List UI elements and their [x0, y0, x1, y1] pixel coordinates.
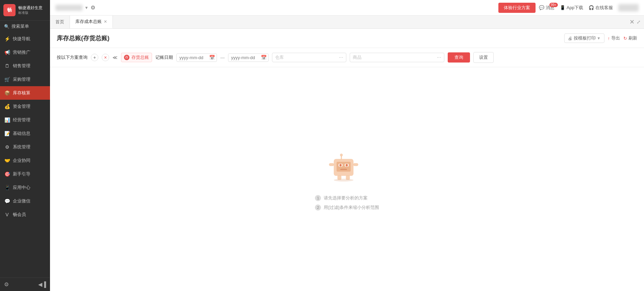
main-content: 1 请先选择要分析的方案 2 用[过滤]条件来缩小分析范围 [50, 67, 644, 291]
operation-icon: 📊 [4, 117, 10, 123]
date-start-wrapper: 📅 [176, 53, 217, 62]
sidebar-item-marketing[interactable]: 📢 营销推广 [0, 46, 50, 59]
gear-icon[interactable]: ⚙ [91, 4, 95, 11]
sidebar-item-sales[interactable]: 🗒 销售管理 [0, 59, 50, 73]
empty-hints: 1 请先选择要分析的方案 2 用[过滤]条件来缩小分析范围 [315, 195, 379, 211]
date-separator: — [220, 55, 225, 60]
main-area: ▼ ⚙ 体验行业方案 💬 消息 99+ 📱 App下载 🎧 在线客服 首页 [50, 0, 644, 291]
sidebar-logo: 畅 畅捷通好生意 标准版 [0, 0, 50, 21]
print-dropdown-icon: ▼ [597, 36, 601, 40]
collapse-sidebar-icon[interactable]: ◀▐ [38, 281, 46, 288]
sidebar-item-basic[interactable]: 📝 基础信息 [0, 127, 50, 140]
sidebar-navigation: ⚡ 快捷导航 📢 营销推广 🗒 销售管理 🛒 采购管理 📦 库存核算 💰 资金管… [0, 32, 50, 277]
message-badge: 99+ [549, 3, 558, 7]
sidebar-item-vip[interactable]: V 畅会员 [0, 208, 50, 221]
hint-item-1: 1 请先选择要分析的方案 [315, 195, 379, 201]
filter-collapse-btn[interactable]: ≪ [113, 55, 118, 60]
cooperation-icon: 🤝 [4, 157, 10, 164]
filter-add-btn[interactable]: + [91, 54, 98, 61]
user-avatar [618, 4, 639, 11]
filter-remove-btn[interactable]: × [102, 54, 109, 61]
print-icon: 🖨 [568, 36, 572, 41]
phone-icon: 📱 [560, 5, 565, 10]
tab-home[interactable]: 首页 [50, 16, 70, 28]
topbar: ▼ ⚙ 体验行业方案 💬 消息 99+ 📱 App下载 🎧 在线客服 [50, 0, 644, 16]
sidebar-search[interactable]: 🔍 搜索菜单 [0, 21, 50, 32]
settings-btn[interactable]: 设置 [473, 52, 494, 63]
finance-icon: 💰 [4, 103, 10, 110]
sidebar-item-quick-nav[interactable]: ⚡ 快捷导航 [0, 32, 50, 46]
online-service-btn[interactable]: 🎧 在线客服 [589, 5, 613, 11]
refresh-icon: ↻ [623, 36, 627, 41]
date-end-wrapper: 📅 [228, 53, 269, 62]
svg-point-12 [340, 154, 343, 156]
sidebar-item-newbie[interactable]: 🎯 新手引导 [0, 167, 50, 181]
hint-text-2: 用[过滤]条件来缩小分析范围 [324, 204, 379, 211]
tab-close-icon[interactable]: ✕ [104, 19, 107, 24]
app-name: 畅捷通好生意 标准版 [18, 5, 43, 15]
goods-more-icon: ··· [437, 54, 441, 60]
topbar-breadcrumb: ▼ ⚙ [55, 4, 495, 11]
sidebar-item-app-center[interactable]: 📱 应用中心 [0, 181, 50, 194]
query-btn[interactable]: 查询 [448, 52, 470, 63]
sidebar-item-inventory[interactable]: 📦 库存核算 [0, 86, 50, 100]
warehouse-field[interactable]: 仓库 ··· [272, 53, 346, 62]
expand-icon[interactable]: ⤢ [637, 19, 641, 25]
close-panel-icon[interactable]: ✕ [629, 18, 635, 26]
message-icon: 💬 [539, 5, 544, 10]
sidebar-footer: ⚙ ◀▐ [0, 277, 50, 291]
page-header-actions: 🖨 按模板打印 ▼ ↑ 导出 ↻ 刷新 [564, 33, 637, 48]
settings-footer-icon[interactable]: ⚙ [4, 281, 9, 288]
sidebar-item-system[interactable]: ⚙ 系统管理 [0, 140, 50, 154]
sidebar-item-cooperation[interactable]: 🤝 企业协同 [0, 154, 50, 167]
filter-area: 按以下方案查询 + × ≪ 存 存货总账 记账日期 📅 — 📅 [50, 48, 644, 67]
filter-label: 按以下方案查询 [57, 54, 88, 60]
sidebar-item-operation[interactable]: 📊 经营管理 [0, 113, 50, 127]
inventory-icon: 📦 [4, 90, 10, 96]
scheme-label: 存货总账 [131, 54, 149, 60]
calendar-start-icon: 📅 [209, 55, 215, 60]
headset-icon: 🎧 [589, 5, 594, 10]
newbie-icon: 🎯 [4, 171, 10, 177]
content-wrapper: 库存总账(存货总账) 🖨 按模板打印 ▼ ↑ 导出 ↻ 刷新 [50, 29, 644, 291]
empty-state: 1 请先选择要分析的方案 2 用[过滤]条件来缩小分析范围 [315, 148, 379, 211]
svg-rect-1 [337, 162, 351, 172]
date-range-label: 记账日期 [155, 54, 173, 60]
system-icon: ⚙ [4, 144, 10, 150]
topbar-right: 💬 消息 99+ 📱 App下载 🎧 在线客服 [539, 4, 639, 11]
goods-field[interactable]: 商品 ··· [350, 53, 444, 62]
sidebar-item-wechat[interactable]: 💬 企业微信 [0, 194, 50, 208]
marketing-icon: 📢 [4, 49, 10, 55]
svg-rect-10 [353, 163, 358, 166]
svg-point-4 [339, 164, 342, 166]
page-header: 库存总账(存货总账) 🖨 按模板打印 ▼ ↑ 导出 ↻ 刷新 [50, 29, 644, 48]
warehouse-more-icon: ··· [339, 54, 343, 60]
breadcrumb-blurred [55, 5, 82, 11]
svg-rect-9 [329, 163, 334, 166]
export-icon: ↑ [608, 36, 610, 41]
refresh-btn[interactable]: ↻ 刷新 [623, 35, 637, 41]
tab-inventory-ledger[interactable]: 库存成本总账 ✕ [70, 16, 113, 28]
app-download-btn[interactable]: 📱 App下载 [560, 5, 583, 11]
print-btn[interactable]: 🖨 按模板打印 ▼ [564, 33, 604, 43]
purchase-icon: 🛒 [4, 76, 10, 82]
sidebar-item-finance[interactable]: 💰 资金管理 [0, 100, 50, 113]
vip-icon: V [4, 212, 10, 218]
basic-icon: 📝 [4, 130, 10, 137]
calendar-end-icon: 📅 [261, 55, 267, 60]
message-btn[interactable]: 💬 消息 99+ [539, 5, 554, 11]
industry-btn[interactable]: 体验行业方案 [498, 3, 536, 13]
content: 库存总账(存货总账) 🖨 按模板打印 ▼ ↑ 导出 ↻ 刷新 [50, 29, 644, 291]
sidebar-item-purchase[interactable]: 🛒 采购管理 [0, 73, 50, 86]
hint-item-2: 2 用[过滤]条件来缩小分析范围 [315, 204, 379, 211]
page-title: 库存总账(存货总账) [57, 34, 109, 47]
export-btn[interactable]: ↑ 导出 [608, 35, 620, 41]
wechat-icon: 💬 [4, 198, 10, 204]
hint-text-1: 请先选择要分析的方案 [324, 195, 368, 201]
search-icon: 🔍 [4, 24, 9, 29]
app-center-icon: 📱 [4, 185, 10, 191]
scheme-item[interactable]: 存 存货总账 [121, 53, 152, 62]
svg-point-5 [346, 164, 348, 166]
goods-label: 商品 [353, 54, 362, 60]
tabbar: 首页 库存成本总账 ✕ ✕ ⤢ [50, 16, 644, 29]
